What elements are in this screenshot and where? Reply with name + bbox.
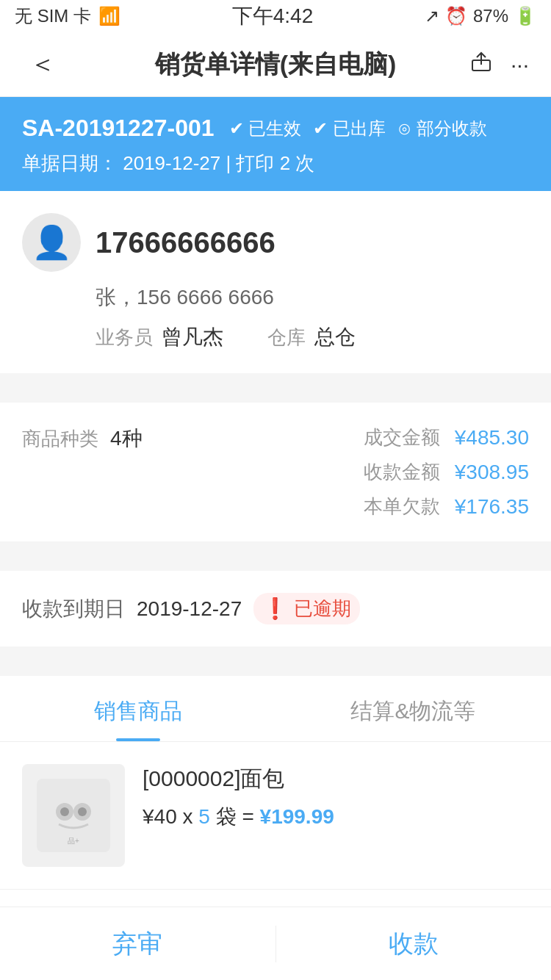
battery-icon: 🔋 (514, 6, 536, 26)
deal-amount-value: ¥485.30 (455, 426, 529, 450)
customer-name: 张，156 6666 6666 (22, 284, 529, 311)
product-item-1: 品+ [0000002]面包 ¥40 x 5 袋 = ¥199.99 (0, 742, 551, 890)
tabs-section: 销售商品 结算&物流等 (0, 676, 551, 742)
product-type-label: 商品种类 (22, 426, 98, 452)
product-info-1: [0000002]面包 ¥40 x 5 袋 = ¥199.99 (143, 764, 529, 831)
deal-amount-row: 成交金额 ¥485.30 (364, 425, 529, 450)
customer-phone: 17666666666 (96, 226, 276, 259)
salesperson-label: 业务员 (96, 325, 153, 350)
due-date-section: 收款到期日 2019-12-27 ❗ 已逾期 (0, 571, 551, 646)
order-date-row: 单据日期： 2019-12-27 | 打印 2 次 (22, 151, 529, 176)
product-price-row-1: ¥40 x 5 袋 = ¥199.99 (143, 803, 529, 831)
order-id-row: SA-20191227-001 ✔ 已生效 ✔ 已出库 ⊙ 部分收款 (22, 115, 529, 142)
location-icon: ↗ (425, 6, 439, 26)
summary-section: 商品种类 4种 成交金额 ¥485.30 收款金额 ¥308.95 本单欠款 ¥… (0, 403, 551, 541)
deal-amount-label: 成交金额 (364, 425, 440, 450)
salesperson-item: 业务员 曾凡杰 (96, 323, 223, 351)
nav-bar: ＜ 销货单详情(来自电脑) ··· (0, 32, 551, 97)
carrier-text: 无 SIM 卡 (15, 4, 91, 28)
more-icon[interactable]: ··· (511, 52, 529, 77)
svg-point-5 (60, 807, 69, 816)
product-equals-1: = (242, 805, 259, 828)
battery-text: 87% (473, 6, 508, 26)
order-id: SA-20191227-001 (22, 115, 215, 142)
main-content: SA-20191227-001 ✔ 已生效 ✔ 已出库 ⊙ 部分收款 单据日期：… (0, 97, 551, 980)
svg-text:品+: 品+ (68, 837, 79, 845)
product-type-item: 商品种类 4种 (22, 425, 143, 453)
wifi-icon: 📶 (98, 6, 120, 26)
nav-actions: ··· (469, 50, 529, 79)
status-bar: 无 SIM 卡 📶 下午4:42 ↗ ⏰ 87% 🔋 (0, 0, 551, 32)
product-image-1: 品+ (22, 764, 125, 867)
cancel-review-button[interactable]: 弃审 (0, 912, 276, 976)
badge-shipped: ✔ 已出库 (313, 117, 386, 140)
overdue-text: 已逾期 (294, 596, 351, 621)
product-price-1: ¥40 (143, 805, 177, 828)
overdue-icon: ❗ (262, 597, 288, 621)
product-multiply-1: x (183, 805, 199, 828)
status-badges: ✔ 已生效 ✔ 已出库 ⊙ 部分收款 (229, 117, 487, 140)
separator-1 (0, 388, 551, 403)
share-icon[interactable] (469, 50, 493, 79)
due-date-label: 收款到期日 (22, 595, 125, 623)
customer-avatar: 👤 (22, 213, 81, 272)
bottom-bar: 弃审 收款 (0, 907, 551, 980)
debt-amount-row: 本单欠款 ¥176.35 (364, 494, 529, 519)
separator-3 (0, 661, 551, 676)
date-label: 单据日期： (22, 152, 118, 174)
order-date: 2019-12-27 (123, 152, 220, 174)
customer-phone-row: 👤 17666666666 (22, 213, 529, 272)
product-placeholder-icon-1: 品+ (37, 779, 110, 852)
page-title: 销货单详情(来自电脑) (155, 48, 397, 82)
received-amount-row: 收款金额 ¥308.95 (364, 459, 529, 485)
received-amount-value: ¥308.95 (455, 461, 529, 484)
received-amount-label: 收款金额 (364, 459, 440, 485)
print-info: | 打印 2 次 (226, 152, 314, 174)
status-time: 下午4:42 (232, 2, 314, 30)
collect-payment-button[interactable]: 收款 (276, 912, 552, 976)
tab-settlement-logistics[interactable]: 结算&物流等 (276, 676, 551, 741)
svg-point-6 (78, 807, 87, 816)
product-name-1: [0000002]面包 (143, 764, 529, 794)
badge-partial-payment: ⊙ 部分收款 (397, 117, 487, 140)
avatar-icon: 👤 (32, 223, 72, 262)
salesperson-value: 曾凡杰 (162, 323, 223, 351)
tab-sales-products-label: 销售商品 (94, 699, 182, 723)
alarm-icon: ⏰ (445, 6, 467, 26)
tab-sales-products[interactable]: 销售商品 (0, 676, 276, 741)
product-unit-1: 袋 (216, 805, 237, 828)
back-button[interactable]: ＜ (22, 39, 63, 90)
due-date-value: 2019-12-27 (137, 597, 242, 621)
warehouse-value: 总仓 (314, 323, 356, 351)
debt-amount-label: 本单欠款 (364, 494, 440, 519)
product-type-value: 4种 (110, 425, 143, 453)
warehouse-item: 仓库 总仓 (267, 323, 356, 351)
separator-2 (0, 556, 551, 571)
status-right: ↗ ⏰ 87% 🔋 (425, 6, 536, 26)
tab-settlement-logistics-label: 结算&物流等 (350, 699, 475, 723)
badge-activated: ✔ 已生效 (229, 117, 302, 140)
warehouse-label: 仓库 (267, 325, 306, 350)
customer-section: 👤 17666666666 张，156 6666 6666 业务员 曾凡杰 仓库… (0, 191, 551, 373)
debt-amount-value: ¥176.35 (455, 495, 529, 519)
status-left: 无 SIM 卡 📶 (15, 4, 120, 28)
order-header-banner: SA-20191227-001 ✔ 已生效 ✔ 已出库 ⊙ 部分收款 单据日期：… (0, 97, 551, 191)
product-qty-1: 5 (198, 805, 210, 828)
customer-meta: 业务员 曾凡杰 仓库 总仓 (22, 323, 529, 351)
summary-right: 成交金额 ¥485.30 收款金额 ¥308.95 本单欠款 ¥176.35 (364, 425, 529, 519)
overdue-badge: ❗ 已逾期 (253, 593, 360, 624)
summary-left: 商品种类 4种 (22, 425, 143, 453)
product-total-1: ¥199.99 (260, 805, 334, 828)
